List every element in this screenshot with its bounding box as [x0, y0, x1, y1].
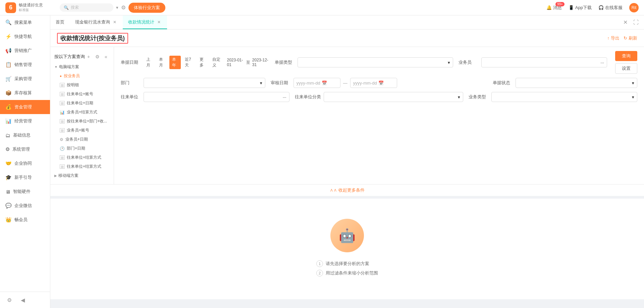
- sidebar-icon: 📢: [5, 48, 12, 54]
- query-button[interactable]: 查询: [615, 51, 637, 61]
- sidebar-item-销售管理[interactable]: 📋销售管理: [0, 58, 50, 72]
- maximize-btn[interactable]: ⛶: [632, 18, 640, 27]
- doc-type-field: 单据类型 ▾: [275, 57, 453, 67]
- sidebar-item-畅会员[interactable]: 👑畅会员: [0, 213, 50, 227]
- tab-首页[interactable]: 首页: [50, 15, 70, 29]
- notification-item[interactable]: 🔔 消息 99+: [546, 5, 562, 11]
- filter-sidebar-header: 按以下方案查询 + ⚙ «: [50, 51, 114, 62]
- date-tab-上月[interactable]: 上月: [144, 56, 155, 69]
- sidebar-item-库存核算[interactable]: 📦库存核算: [0, 86, 50, 100]
- scheme-label: 业务员+日期: [65, 137, 88, 142]
- content-area: 首页现金银行流水查询✕收款情况统计✕ ✕ ⛶ 收款情况统计(按业务员) ↑ 导出…: [50, 15, 644, 308]
- sidebar-item-快捷导航[interactable]: ⚡快捷导航: [0, 30, 50, 44]
- tab-close-icon[interactable]: ✕: [156, 19, 162, 25]
- partner-category-select[interactable]: ▾: [324, 92, 464, 102]
- tab-label: 收款情况统计: [128, 19, 154, 25]
- empty-state: 🤖 1请先选择要分析的方案2用过滤条件来缩小分析范围: [50, 199, 644, 299]
- review-date-start[interactable]: yyyy-mm-dd 📅: [293, 78, 340, 88]
- refresh-btn[interactable]: ↻ 刷新: [624, 35, 637, 41]
- salesperson-label: 业务员: [459, 59, 479, 65]
- sidebar-icon: 💬: [5, 203, 12, 209]
- review-date-end-placeholder: yyyy-mm-dd: [353, 81, 377, 86]
- nav-settings-icon[interactable]: ⚙: [121, 4, 126, 11]
- date-tab-本月[interactable]: 本月: [156, 56, 168, 69]
- sidebar-item-搜索菜单[interactable]: 🔍搜索菜单: [0, 15, 50, 30]
- sidebar-item-采购管理[interactable]: 🛒采购管理: [0, 72, 50, 86]
- sidebar-icon: 🔍: [5, 19, 12, 25]
- mobile-schemes-label: 移动端方案: [58, 173, 78, 178]
- collapse-more-btn[interactable]: ∧∧ 收起更多条件: [50, 185, 644, 196]
- sidebar-settings-btn[interactable]: ⚙: [4, 295, 15, 305]
- date-tab-本年[interactable]: 本年: [169, 56, 181, 69]
- scheme-item-按明细[interactable]: ▦按明细: [50, 81, 114, 90]
- tab-收款情况统计[interactable]: 收款情况统计✕: [123, 15, 167, 29]
- tab-bar: 首页现金银行流水查询✕收款情况统计✕ ✕ ⛶: [50, 15, 644, 30]
- date-tab-近7天[interactable]: 近7天: [182, 56, 195, 69]
- step-number: 2: [316, 270, 323, 276]
- business-type-field: 业务类型 ▾: [469, 92, 637, 102]
- scheme-item-按往来单位+部门+收...[interactable]: ▦按往来单位+部门+收...: [50, 117, 114, 126]
- scheme-item-业务员+日期[interactable]: ⚙业务员+日期: [50, 135, 114, 144]
- chevron-down-icon: ▾: [448, 60, 450, 65]
- user-avatar[interactable]: Rit: [629, 3, 639, 12]
- scheme-item-往来单位+日期[interactable]: ▦往来单位+日期: [50, 99, 114, 108]
- customer-service-item[interactable]: 🎧 在线客服: [598, 5, 623, 11]
- scheme-item-往来单位+结算方式[interactable]: ▦往来单位+结算方式: [50, 153, 114, 162]
- sidebar-item-资金管理[interactable]: 💰资金管理: [0, 100, 50, 114]
- export-btn[interactable]: ↑ 导出: [607, 35, 620, 41]
- settings-button[interactable]: 设置: [615, 63, 637, 74]
- sidebar-item-label: 企业微信: [14, 203, 32, 209]
- review-date-end[interactable]: yyyy-mm-dd 📅: [350, 78, 397, 88]
- empty-step-2: 2用过滤条件来缩小分析范围: [316, 270, 378, 276]
- doc-type-select[interactable]: ▾: [298, 57, 453, 67]
- scheme-settings-btn[interactable]: ⚙: [94, 53, 101, 60]
- scheme-item-按业务员[interactable]: ●按业务员: [50, 71, 114, 81]
- sidebar-item-智能硬件[interactable]: 🖥智能硬件: [0, 185, 50, 199]
- date-range-start: 2023-01-01: [227, 58, 244, 67]
- scheme-label: 按明细: [67, 82, 79, 88]
- sidebar-item-企业微信[interactable]: 💬企业微信: [0, 199, 50, 213]
- tab-close-icon[interactable]: ✕: [112, 19, 117, 25]
- filter-row-1: 单据日期 上月本月本年近7天更多自定义 2023-01-01 至 2023-12…: [121, 51, 637, 74]
- scheme-item-业务员+账号[interactable]: ▦业务员+账号: [50, 126, 114, 135]
- nav-chevron-icon[interactable]: ▾: [116, 5, 118, 10]
- tab-现金银行流水查询[interactable]: 现金银行流水查询✕: [70, 15, 123, 29]
- partner-select[interactable]: ···: [144, 92, 289, 102]
- mobile-schemes-header[interactable]: ▶ 移动端方案: [50, 171, 114, 180]
- partner-more-icon: ···: [283, 95, 286, 100]
- sidebar-item-label: 销售管理: [14, 62, 32, 68]
- desktop-schemes-header[interactable]: ▼ 电脑端方案: [50, 62, 114, 71]
- sidebar-item-经营管理[interactable]: 📊经营管理: [0, 114, 50, 128]
- sidebar-item-营销推广[interactable]: 📢营销推广: [0, 44, 50, 58]
- business-type-select[interactable]: ▾: [491, 92, 637, 102]
- collapse-sidebar-btn[interactable]: «: [102, 53, 110, 60]
- sidebar-item-label: 快捷导航: [14, 34, 32, 40]
- add-scheme-btn[interactable]: +: [85, 53, 92, 60]
- date-tab-自定义[interactable]: 自定义: [210, 56, 224, 69]
- trial-button[interactable]: 体验行业方案: [128, 3, 165, 13]
- sidebar-collapse-btn[interactable]: ◀: [17, 295, 28, 305]
- sidebar-item-企业协同[interactable]: 🤝企业协同: [0, 156, 50, 170]
- sidebar-bottom: ⚙ ◀: [0, 292, 50, 308]
- salesperson-select[interactable]: ···: [481, 57, 607, 67]
- page-header-actions: ↑ 导出 ↻ 刷新: [607, 35, 638, 41]
- nav-search[interactable]: 🔍 搜索: [60, 3, 113, 12]
- scheme-item-部门+日期[interactable]: 🕐部门+日期: [50, 144, 114, 153]
- sidebar-item-系统管理[interactable]: ⚙系统管理: [0, 142, 50, 156]
- department-select[interactable]: ▾: [144, 78, 265, 88]
- scheme-item-往来单位+结算方式[interactable]: ▦往来单位+结算方式: [50, 162, 114, 171]
- notification-icon: 🔔: [546, 5, 552, 10]
- doc-type-label: 单据类型: [275, 59, 295, 65]
- doc-status-select[interactable]: ▾: [516, 78, 637, 88]
- partner-field: 往来单位 ···: [121, 92, 289, 102]
- sidebar-item-基础信息[interactable]: 🗂基础信息: [0, 128, 50, 142]
- close-all-tabs-btn[interactable]: ✕: [621, 18, 629, 27]
- scheme-item-往来单位+账号[interactable]: ▦往来单位+账号: [50, 90, 114, 99]
- date-tab-更多[interactable]: 更多: [197, 56, 208, 69]
- tab-label: 首页: [56, 19, 64, 25]
- app-download-item[interactable]: 📱 App下载: [569, 5, 592, 11]
- doc-status-field: 单据状态 ▾: [493, 78, 637, 88]
- scheme-item-业务员+结算方式[interactable]: 📊业务员+结算方式: [50, 108, 114, 117]
- desktop-schemes-label: 电脑端方案: [59, 64, 79, 70]
- sidebar-item-新手引导[interactable]: 🎓新手引导: [0, 170, 50, 185]
